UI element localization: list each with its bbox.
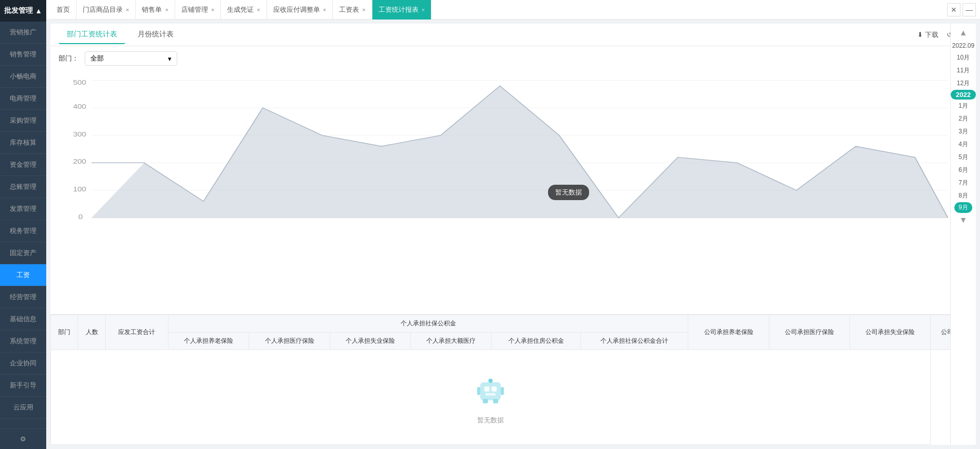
chart-area: 0 100 200 300 400 500 暂无数据 [50, 71, 976, 314]
svg-rect-20 [501, 387, 504, 395]
sidebar-item-基础信息[interactable]: 基础信息 [0, 308, 46, 330]
sidebar-item-采购管理[interactable]: 采购管理 [0, 110, 46, 132]
chart-svg: 0 100 200 300 400 500 [59, 76, 968, 230]
date-month-2[interactable]: 2月 [951, 112, 976, 125]
date-month-12[interactable]: 12月 [951, 77, 976, 90]
table-col-total: 应发工资合计 [105, 315, 168, 350]
sidebar-item-总账管理[interactable]: 总账管理 [0, 176, 46, 198]
sidebar-item-经营管理[interactable]: 经营管理 [0, 286, 46, 308]
sidebar-item-企业协同[interactable]: 企业协同 [0, 353, 46, 375]
tab-close-icon[interactable]: × [422, 7, 425, 13]
table-col-personal-pension: 个人承担养老保险 [168, 333, 249, 350]
table-col-company-unemploy: 公司承担失业保险 [850, 315, 930, 350]
tab-生成凭证[interactable]: 生成凭证× [221, 0, 267, 19]
tab-close-icon[interactable]: × [211, 7, 214, 13]
date-year-2022[interactable]: 2022 [951, 90, 976, 100]
tab-销售单[interactable]: 销售单× [136, 0, 175, 19]
svg-text:100: 100 [73, 185, 86, 193]
tab-close-icon[interactable]: × [126, 7, 129, 13]
date-month-3[interactable]: 3月 [951, 125, 976, 138]
subtab-月份统计表[interactable]: 月份统计表 [129, 26, 182, 44]
sidebar-item-电商管理[interactable]: 电商管理 [0, 88, 46, 110]
tab-店铺管理[interactable]: 店铺管理× [175, 0, 221, 19]
tab-close-icon[interactable]: × [323, 7, 326, 13]
svg-rect-16 [485, 393, 496, 396]
download-button[interactable]: ⬇ 下载 [917, 30, 938, 40]
sidebar-footer[interactable]: ⚙ [0, 428, 46, 449]
date-year-2022-header: 2022.09 [951, 40, 976, 51]
sidebar-item-固定资产[interactable]: 固定资产 [0, 242, 46, 264]
tab-close-icon[interactable]: × [362, 7, 365, 13]
svg-text:400: 400 [73, 103, 86, 110]
date-month-10[interactable]: 10月 [951, 51, 976, 64]
svg-rect-19 [477, 387, 480, 395]
svg-rect-21 [483, 399, 488, 403]
tab-bar-close: ✕ — [947, 3, 976, 16]
sidebar-item-小畅电商[interactable]: 小畅电商 [0, 66, 46, 88]
minimize-window-button[interactable]: — [963, 3, 976, 16]
svg-rect-13 [480, 382, 501, 400]
sidebar-item-税务管理[interactable]: 税务管理 [0, 220, 46, 242]
tab-门店商品目录[interactable]: 门店商品目录× [77, 0, 136, 19]
filter-row: 部门： 全部 ▾ [50, 46, 976, 71]
tab-应收应付调整单[interactable]: 应收应付调整单× [267, 0, 333, 19]
sidebar-item-新手引导[interactable]: 新手引导 [0, 375, 46, 397]
svg-rect-14 [484, 386, 489, 392]
sidebar-item-库存核算[interactable]: 库存核算 [0, 132, 46, 154]
date-month-5[interactable]: 5月 [951, 151, 976, 164]
svg-marker-12 [91, 86, 948, 218]
table-col-company-pension: 公司承担养老保险 [688, 315, 769, 350]
table-col-personal-total: 个人承担社保公积金合计 [581, 333, 688, 350]
sidebar-item-云应用[interactable]: 云应用 [0, 397, 46, 419]
table-col-company-medical: 公司承担医疗保险 [769, 315, 850, 350]
tab-首页[interactable]: 首页 [50, 0, 77, 19]
date-month-7[interactable]: 7月 [951, 177, 976, 189]
table-col-personal-unemploy: 个人承担失业保险 [330, 333, 410, 350]
dept-select-value: 全部 [90, 54, 104, 63]
tab-工资统计报表[interactable]: 工资统计报表× [372, 0, 431, 19]
subtab-部门工资统计表[interactable]: 部门工资统计表 [59, 26, 125, 44]
dept-select[interactable]: 全部 ▾ [85, 51, 177, 66]
table-col-count: 人数 [78, 315, 105, 350]
sidebar-item-发票管理[interactable]: 发票管理 [0, 198, 46, 220]
sidebar-item-营销推广[interactable]: 营销推广 [0, 22, 46, 44]
sidebar: 批发管理 ▲ 营销推广销售管理小畅电商电商管理采购管理库存核算资金管理总账管理发… [0, 0, 46, 449]
tab-close-icon[interactable]: × [257, 7, 260, 13]
sub-tabs: 部门工资统计表月份统计表 ⬇ 下载 ↺ 刷新 [50, 24, 976, 46]
chart-no-data-tooltip: 暂无数据 [548, 185, 589, 200]
chevron-down-icon: ▾ [168, 55, 172, 63]
tab-bar: 首页门店商品目录×销售单×店铺管理×生成凭证×应收应付调整单×工资表×工资统计报… [46, 0, 980, 19]
svg-rect-15 [492, 386, 497, 392]
close-window-button[interactable]: ✕ [947, 3, 960, 16]
svg-rect-22 [493, 399, 498, 403]
tab-close-icon[interactable]: × [165, 7, 168, 13]
empty-state-text: 暂无数据 [477, 416, 504, 425]
settings-icon: ⚙ [20, 435, 26, 443]
date-nav-up[interactable]: ▲ [954, 26, 973, 40]
sidebar-item-系统管理[interactable]: 系统管理 [0, 330, 46, 353]
date-month-8[interactable]: 8月 [951, 189, 976, 202]
sidebar-item-销售管理[interactable]: 销售管理 [0, 44, 46, 66]
main-content: 首页门店商品目录×销售单×店铺管理×生成凭证×应收应付调整单×工资表×工资统计报… [46, 0, 980, 449]
tab-工资表[interactable]: 工资表× [333, 0, 372, 19]
sidebar-item-工资[interactable]: 工资 [0, 264, 46, 286]
date-panel: ▲ 2022.09 10月 11月 12月 2022 1月 2月 [950, 24, 976, 445]
sidebar-item-资金管理[interactable]: 资金管理 [0, 154, 46, 176]
date-month-6[interactable]: 6月 [951, 164, 976, 177]
download-icon: ⬇ [917, 31, 923, 38]
table-empty-cell: 暂无数据 [51, 350, 931, 445]
table-col-personal-major-medical: 个人承担大额医疗 [410, 333, 491, 350]
svg-text:500: 500 [73, 79, 86, 86]
table-section: 部门 人数 应发工资合计 个人承担社保公积金 公司承担养老保险 公司承担医疗保险… [50, 314, 976, 445]
date-nav-down[interactable]: ▼ [954, 213, 973, 227]
empty-state-icon [470, 369, 511, 411]
date-month-11[interactable]: 11月 [951, 64, 976, 77]
date-month-4[interactable]: 4月 [951, 138, 976, 151]
sidebar-items: 营销推广销售管理小畅电商电商管理采购管理库存核算资金管理总账管理发票管理税务管理… [0, 22, 46, 419]
table-col-personal-medical: 个人承担医疗保险 [249, 333, 330, 350]
sidebar-header[interactable]: 批发管理 ▲ [0, 0, 46, 22]
sidebar-header-arrow: ▲ [35, 7, 42, 15]
date-month-1[interactable]: 1月 [951, 100, 976, 112]
empty-state: 暂无数据 [54, 354, 927, 440]
date-month-9-active[interactable]: 9月 [954, 202, 972, 213]
